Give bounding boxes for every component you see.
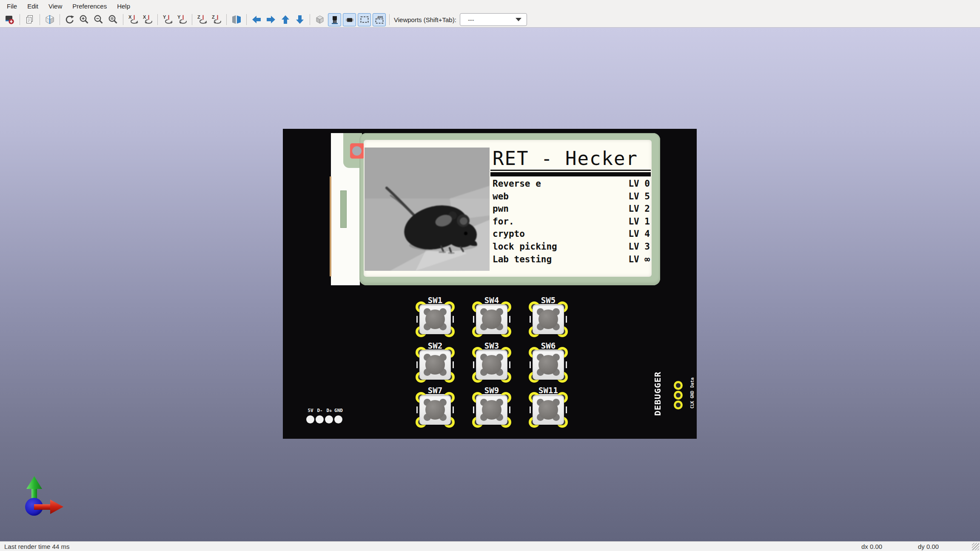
rotate-z-ccw-icon: Z: [211, 14, 222, 25]
tactile-switch: [412, 296, 459, 343]
show-smd-models-button[interactable]: [343, 13, 356, 26]
flip-board-icon: [231, 14, 242, 25]
silkscreen-mark: [566, 361, 567, 368]
switch-plunger: [482, 310, 501, 329]
viewports-selected-value: ---: [468, 16, 516, 23]
silkscreen-mark: [453, 406, 454, 413]
display-slot: [340, 190, 347, 228]
toolbar-separator: [389, 14, 390, 25]
display-menu-row: web LV 5: [493, 190, 650, 203]
rotate-z-ccw-button[interactable]: Z: [210, 13, 223, 26]
switch-plunger: [425, 400, 445, 420]
svg-text:Y: Y: [177, 14, 181, 20]
usb-pad: [316, 415, 324, 423]
display-menu-row: crypto LV 4: [493, 228, 650, 241]
zoom-in-button[interactable]: [77, 13, 91, 26]
usb-pad-label: GND: [331, 408, 346, 413]
menu-item-level: LV ∞: [628, 253, 650, 266]
menu-edit[interactable]: Edit: [22, 1, 43, 11]
x-axis-arrow: [50, 500, 63, 514]
rotate-x-ccw-icon: X: [142, 14, 153, 25]
switch-plunger: [538, 355, 558, 375]
rotate-z-cw-icon: Z: [197, 14, 208, 25]
chevron-down-icon: [516, 18, 521, 21]
switch-plunger: [538, 310, 558, 329]
tactile-switch: [412, 341, 459, 388]
display-menu-row: for. LV 1: [493, 216, 650, 228]
silkscreen-mark: [509, 316, 510, 323]
switch-body: [533, 304, 564, 334]
zoom-out-button[interactable]: [92, 13, 105, 26]
led-component: [350, 143, 365, 159]
silkscreen-mark: [566, 406, 567, 413]
silkscreen-mark: [530, 316, 531, 323]
tactile-switch: [412, 386, 459, 433]
arrow-right-icon: [265, 14, 276, 25]
zoom-to-fit-button[interactable]: [106, 13, 120, 26]
silkscreen-mark: [566, 316, 567, 323]
rotate-x-ccw-button[interactable]: X: [141, 13, 154, 26]
tactile-switch: [525, 296, 572, 343]
copy-image-button[interactable]: [23, 13, 37, 26]
raytracing-render-button[interactable]: [43, 13, 57, 26]
pan-left-button[interactable]: [250, 13, 263, 26]
rotate-z-cw-button[interactable]: Z: [195, 13, 209, 26]
svg-text:Z: Z: [212, 14, 215, 20]
show-through-hole-models-button[interactable]: [328, 13, 341, 26]
menu-item-level: LV 2: [628, 203, 650, 216]
viewports-dropdown[interactable]: ---: [460, 13, 527, 26]
menu-preferences[interactable]: Preferences: [67, 1, 112, 11]
ortho-cube-icon: [314, 14, 325, 25]
reload-board-button[interactable]: [3, 13, 17, 26]
render-time-status: Last render time 44 ms: [4, 543, 69, 550]
led-lens: [352, 146, 362, 156]
debugger-label: DEBUGGER: [652, 373, 664, 416]
pos-file-box-icon: .pos: [374, 14, 385, 25]
show-pos-file-models-button[interactable]: .pos: [373, 13, 386, 26]
epaper-display: RET - Hecker Reverse e LV 0 web LV 5 pwn…: [364, 140, 652, 277]
toolbar-separator: [20, 14, 20, 25]
x-axis-shaft: [34, 504, 51, 510]
silkscreen-mark: [530, 406, 531, 413]
3d-viewport-canvas[interactable]: RET - Hecker Reverse e LV 0 web LV 5 pwn…: [0, 28, 980, 541]
usb-pad: [325, 415, 333, 423]
orthographic-projection-button[interactable]: [313, 13, 327, 26]
silkscreen-mark: [416, 406, 418, 413]
toolbar-separator: [192, 14, 192, 25]
switch-body: [533, 395, 564, 425]
rotate-y-cw-button[interactable]: Y: [161, 13, 174, 26]
pan-up-button[interactable]: [279, 13, 292, 26]
menu-view[interactable]: View: [43, 1, 67, 11]
rotate-y-ccw-button[interactable]: Y: [175, 13, 189, 26]
flip-board-button[interactable]: [230, 13, 243, 26]
display-menu-row: Lab testing LV ∞: [493, 253, 650, 266]
through-hole-component-icon: [329, 14, 340, 25]
display-menu-list: Reverse e LV 0 web LV 5 pwn LV 2 for. LV…: [493, 178, 650, 266]
silkscreen-mark: [530, 361, 531, 368]
resize-grip[interactable]: [972, 543, 979, 550]
viewports-label: Viewports (Shift+Tab):: [394, 16, 456, 23]
display-menu-row: pwn LV 2: [493, 203, 650, 216]
menu-help[interactable]: Help: [112, 1, 135, 11]
title-underline-thick: [490, 172, 651, 176]
mouse-photo-drawing: [365, 148, 490, 271]
kicad-3d-viewer-window: File Edit View Preferences Help: [0, 0, 980, 551]
svg-text:X: X: [143, 14, 146, 20]
show-virtual-models-button[interactable]: [358, 13, 371, 26]
menu-item-name: lock picking: [493, 241, 557, 253]
display-menu-row: lock picking LV 3: [493, 241, 650, 253]
menu-file[interactable]: File: [2, 1, 22, 11]
pan-right-button[interactable]: [264, 13, 278, 26]
rotate-x-cw-button[interactable]: X: [126, 13, 140, 26]
toolbar-separator: [246, 14, 247, 25]
tactile-switch: [525, 386, 572, 433]
menu-item-level: LV 1: [628, 216, 650, 228]
toolbar-separator: [157, 14, 158, 25]
silkscreen-mark: [509, 406, 510, 413]
menu-item-level: LV 4: [628, 228, 650, 241]
rotate-x-cw-icon: X: [128, 14, 139, 25]
axis-gizmo: [15, 473, 71, 520]
redraw-button[interactable]: [63, 13, 77, 26]
silkscreen-mark: [453, 361, 454, 368]
pan-down-button[interactable]: [293, 13, 307, 26]
